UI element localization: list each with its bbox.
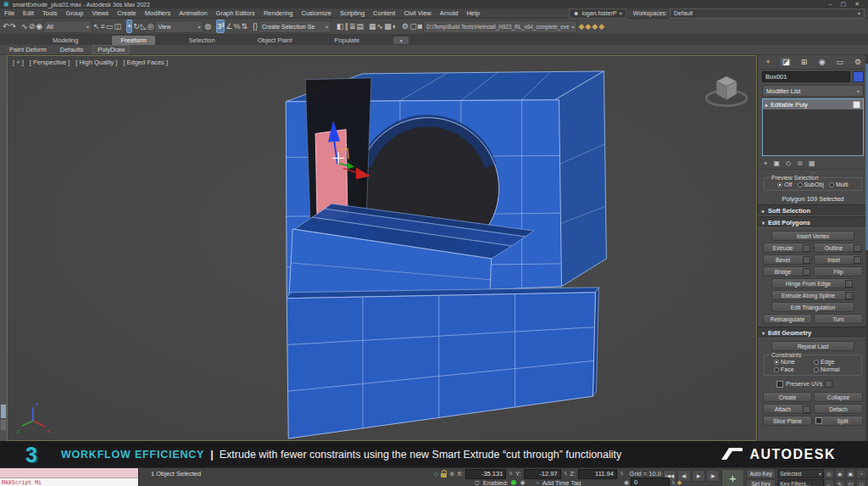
rendered-frame-icon[interactable]: ▢ ▾ — [409, 20, 417, 33]
preview-selection-radio[interactable]: Off — [777, 182, 792, 187]
ribbon-toggle-icon[interactable]: ▦ ▾ — [369, 20, 376, 33]
settings-box-icon[interactable] — [854, 256, 861, 264]
zoom-icon[interactable]: ◎ — [824, 469, 834, 478]
select-by-name-icon[interactable]: ≡ ▾ — [101, 20, 105, 33]
viewport-label-part[interactable]: [ High Quality ] — [75, 59, 117, 66]
select-and-scale-icon[interactable]: ◺ ▾ — [141, 20, 147, 33]
ribbon-tab[interactable]: Selection — [181, 36, 224, 45]
maximize-button[interactable]: ▢ — [841, 1, 847, 8]
mute-icon[interactable]: ◻ — [475, 479, 480, 486]
x-coordinate-field[interactable]: -35.131 — [465, 469, 506, 479]
menu-item[interactable]: Help — [462, 9, 483, 17]
make-unique-icon[interactable]: ◇ — [786, 159, 791, 167]
ribbon-tab[interactable]: Freeform — [112, 36, 154, 45]
settings-box-icon[interactable] — [845, 280, 853, 288]
maxscript-listener-row[interactable]: MAXScript Mi — [0, 478, 138, 486]
maximize-viewport-icon[interactable]: ◰ — [846, 479, 856, 486]
menu-item[interactable]: Scripting — [336, 9, 369, 17]
expand-arrow-icon[interactable]: ▸ — [765, 102, 768, 108]
spinner-icon[interactable]: ⇅ — [509, 472, 513, 476]
ribbon-tab[interactable]: Modeling — [44, 36, 86, 45]
constraint-radio[interactable]: Face — [774, 366, 812, 372]
spinner-snap-icon[interactable]: ⇅ ▾ — [241, 20, 248, 33]
display-tab-icon[interactable]: ▭ — [835, 58, 845, 66]
modifier-stack-item[interactable]: ▸ Editable Poly — [763, 99, 863, 109]
selection-lock-icon[interactable] — [441, 473, 447, 478]
panel-button[interactable]: Split — [814, 416, 863, 426]
menu-item[interactable]: Rendering — [259, 9, 298, 17]
maxscript-mini-listener[interactable]: MAXScript Mi — [0, 468, 139, 486]
render-setup-icon[interactable]: ⚙ ▾ — [402, 20, 409, 33]
play-button[interactable]: ▶ — [692, 470, 705, 482]
constraint-radio[interactable]: Edge — [814, 359, 852, 365]
menu-item[interactable]: Arnold — [436, 9, 463, 17]
spinner-icon[interactable]: ⇅ — [564, 472, 568, 476]
sound-toggle-icon[interactable]: ◉ — [520, 479, 525, 486]
panel-button[interactable]: Flip — [814, 266, 863, 277]
ribbon-overflow-icon[interactable]: ▾ — [393, 36, 409, 44]
isolate-selection-icon[interactable]: ◇ — [434, 471, 438, 478]
settings-box-icon[interactable] — [845, 292, 853, 299]
hierarchy-tab-icon[interactable]: ⊞ — [798, 58, 809, 66]
preview-selection-radio[interactable]: Multi — [829, 182, 849, 187]
use-pivot-center-icon[interactable]: ◍ ▾ — [204, 20, 211, 33]
set-key-button[interactable]: Set Key — [746, 479, 776, 486]
menu-item[interactable]: Tools — [38, 9, 62, 17]
bind-to-spacewarp-icon[interactable]: ◉ ▾ — [36, 20, 42, 33]
panel-button[interactable]: Retriangulate — [763, 314, 812, 324]
settings-box-icon[interactable] — [825, 380, 832, 388]
project-folder-dropdown[interactable]: D:\Temp\Build Tests\Heimdall_H923_RL_x64… — [423, 20, 577, 33]
viewport-label-part[interactable]: [ Edged Faces ] — [123, 59, 168, 66]
panel-button[interactable]: Turn — [814, 314, 863, 324]
repeat-last-button[interactable]: Repeat Last — [771, 341, 854, 351]
window-crossing-icon[interactable]: ◫ ▾ — [114, 20, 121, 33]
menu-item[interactable]: Content — [369, 9, 399, 17]
ribbon-subtab[interactable]: Defaults — [56, 46, 88, 53]
pan-icon[interactable]: ↔ — [824, 479, 834, 486]
unlink-selection-icon[interactable]: ⊘ ▾ — [29, 20, 36, 33]
settings-box-icon[interactable] — [803, 244, 810, 252]
render-production-icon[interactable]: ◙ ▾ — [418, 20, 422, 33]
spinner-icon[interactable]: ⇅ — [671, 481, 676, 485]
orbit-icon[interactable]: ↻ — [835, 479, 845, 486]
selection-filter-dropdown[interactable]: All ▾ — [43, 20, 92, 33]
render-iterative-icon[interactable]: ◆ ▾ — [585, 20, 591, 33]
panel-button[interactable]: Outline — [814, 243, 863, 253]
viewport-layout-tab[interactable] — [1, 420, 6, 430]
material-editor-icon[interactable]: ◐ ▾ — [392, 20, 397, 33]
rollout-edit-polygons[interactable]: ▾ Edit Polygons — [758, 216, 868, 228]
settings-box-icon[interactable] — [803, 256, 810, 264]
ribbon-subtab[interactable]: Paint Deform — [5, 46, 51, 53]
current-frame-field[interactable]: 0 — [631, 478, 670, 486]
viewport-3d[interactable]: [ + ][ Perspective ][ High Quality ][ Ed… — [7, 55, 757, 441]
modifier-list-dropdown[interactable]: Modifier List ▾ — [762, 85, 864, 97]
zoom-extents-icon[interactable]: ▣ — [846, 469, 856, 478]
show-end-result-icon[interactable]: ▣ — [774, 159, 781, 167]
workspace-dropdown[interactable]: Default ▾ — [670, 8, 865, 19]
settings-box-icon[interactable] — [803, 405, 810, 413]
render-online-icon[interactable]: ◆ ▾ — [598, 20, 604, 33]
panel-button[interactable]: Extrude — [763, 243, 812, 253]
ribbon-subtab[interactable]: PolyDraw — [92, 45, 130, 54]
menu-item[interactable]: Edit — [19, 9, 38, 17]
angle-snap-icon[interactable]: ∠ ▾ — [225, 20, 232, 33]
select-object-icon[interactable]: ↖ ▾ — [93, 20, 100, 33]
undo-icon[interactable]: ↶ ▾ — [3, 20, 9, 33]
preview-selection-radio[interactable]: SubObj — [798, 182, 824, 187]
auto-key-button[interactable]: Auto Key — [746, 469, 776, 478]
panel-button[interactable]: Insert Vertex — [771, 231, 854, 241]
spinner-icon[interactable]: ⇅ — [620, 472, 624, 476]
remove-modifier-icon[interactable]: ⊖ — [797, 159, 803, 167]
preserve-uvs-checkbox[interactable] — [776, 381, 783, 388]
snap-toggle-3d-icon[interactable]: 3³ ▾ — [216, 20, 225, 33]
render-preset-icon[interactable]: ◆ ▾ — [578, 20, 584, 33]
constraint-radio[interactable]: Normal — [814, 366, 852, 372]
menu-item[interactable]: Group — [62, 9, 88, 17]
panel-button[interactable]: Slice Plane — [763, 416, 812, 426]
panel-button[interactable]: Detach — [814, 404, 863, 414]
pin-stack-icon[interactable]: ⌖ — [764, 159, 768, 168]
viewport-layout-tab[interactable] — [1, 405, 6, 418]
add-time-tag[interactable]: Add Time Tag — [542, 479, 581, 486]
panel-button[interactable]: Create — [763, 392, 812, 402]
object-color-swatch[interactable] — [853, 71, 864, 82]
